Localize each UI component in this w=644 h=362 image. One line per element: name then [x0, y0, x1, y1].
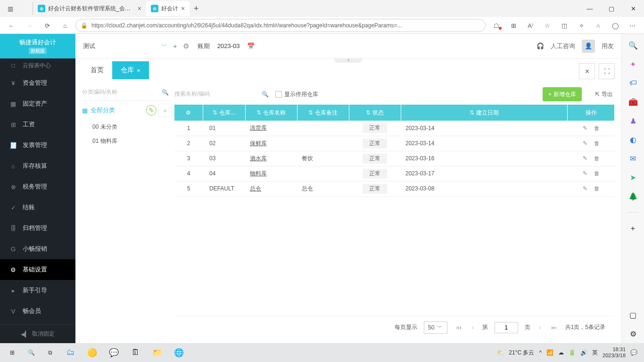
- page-input[interactable]: [495, 322, 518, 333]
- edit-icon[interactable]: ✎: [583, 125, 587, 132]
- delete-icon[interactable]: 🗑: [594, 125, 600, 132]
- search-icon[interactable]: 🔍: [162, 89, 172, 96]
- search-button[interactable]: 🔍: [22, 343, 41, 362]
- row-name[interactable]: 酒水库: [245, 151, 297, 166]
- notifications-icon[interactable]: 💬: [630, 349, 637, 356]
- sidebar-item[interactable]: 🗄归档管理: [0, 218, 75, 239]
- outlook-icon[interactable]: ✉: [628, 154, 638, 163]
- ime-indicator[interactable]: 英: [592, 349, 598, 357]
- gear-icon[interactable]: ⚙: [628, 329, 638, 338]
- sidebar-item[interactable]: ⚙基础设置: [0, 259, 75, 280]
- sidebar-item[interactable]: 🧾发票管理: [0, 135, 75, 156]
- fullscreen-button[interactable]: ⛶: [599, 63, 615, 79]
- forward-button[interactable]: →: [22, 18, 37, 33]
- subtab-home[interactable]: 首页: [82, 61, 112, 79]
- category-all[interactable]: ▦ 全部分类 ✎: [82, 101, 157, 120]
- taskbar-edge[interactable]: 🌐: [168, 343, 190, 362]
- panel-icon[interactable]: ▢: [628, 310, 638, 320]
- home-button[interactable]: ⌂: [58, 18, 73, 33]
- battery-icon[interactable]: 🔋: [569, 349, 576, 356]
- add-warehouse-button[interactable]: + 新增仓库: [543, 87, 582, 101]
- profile-icon[interactable]: ◯: [607, 18, 623, 33]
- clock[interactable]: 18:31 2023/3/18: [603, 346, 626, 358]
- close-icon[interactable]: ×: [181, 5, 185, 12]
- collections-icon[interactable]: ✧: [573, 18, 589, 33]
- tray-chevron-icon[interactable]: ^: [539, 349, 542, 356]
- minimize-button[interactable]: —: [579, 1, 601, 16]
- show-disabled-checkbox[interactable]: 显示停用仓库: [275, 90, 318, 99]
- sidebar-item[interactable]: G小畅报销: [0, 239, 75, 259]
- tools-icon[interactable]: 🧰: [628, 97, 638, 107]
- add-icon[interactable]: +: [628, 224, 638, 233]
- delete-icon[interactable]: 🗑: [594, 155, 600, 162]
- edge-icon[interactable]: ◐: [628, 135, 638, 144]
- table-header[interactable]: 操作: [568, 105, 615, 121]
- browser-tab-1[interactable]: ⊕ 好会计云财务软件管理系统_会计... ×: [33, 1, 146, 16]
- new-tab-button[interactable]: +: [190, 4, 203, 14]
- sidebar-item[interactable]: V畅会员: [0, 301, 75, 321]
- menu-icon[interactable]: ⋯: [624, 18, 640, 33]
- per-page-select[interactable]: 50 ﹀: [424, 321, 447, 334]
- sidebar-item[interactable]: ⌂库存核算: [0, 156, 75, 176]
- edit-icon[interactable]: ✎: [583, 185, 587, 192]
- split-icon[interactable]: ◫: [556, 18, 572, 33]
- close-all-tabs-button[interactable]: ✕: [579, 63, 595, 79]
- volume-icon[interactable]: 🔊: [580, 349, 587, 356]
- tree-icon[interactable]: 🌲: [628, 191, 638, 201]
- taskbar-chrome[interactable]: 🟡: [81, 343, 103, 362]
- add-company-button[interactable]: +: [173, 42, 177, 50]
- games-icon[interactable]: ♟: [628, 116, 638, 125]
- browser-tab-2[interactable]: ⊕ 好会计 ×: [146, 1, 190, 16]
- close-icon[interactable]: ×: [138, 5, 141, 12]
- table-header[interactable]: ⚙: [174, 105, 203, 121]
- search-icon[interactable]: 🔍: [262, 91, 269, 98]
- close-window-button[interactable]: ✕: [622, 1, 644, 16]
- send-icon[interactable]: ➤: [628, 173, 638, 182]
- taskview-button[interactable]: ⧉: [41, 343, 59, 362]
- edit-icon[interactable]: ✎: [583, 170, 587, 177]
- category-search[interactable]: 分类编码/名称 🔍: [82, 84, 172, 101]
- avatar[interactable]: 👤: [582, 40, 595, 53]
- search-icon[interactable]: 🔍: [628, 41, 638, 50]
- row-name[interactable]: 保鲜库: [245, 136, 297, 151]
- table-header[interactable]: ⇅仓库...: [203, 105, 245, 121]
- consult-link[interactable]: 人工咨询: [551, 42, 575, 50]
- shopping-icon[interactable]: 🏷: [628, 78, 638, 88]
- table-header[interactable]: ⇅建立日期: [401, 105, 568, 121]
- edit-icon[interactable]: ✎: [583, 155, 587, 162]
- sidebar-item[interactable]: ▸新手引导: [0, 280, 75, 301]
- weather-icon[interactable]: ⛅: [497, 349, 504, 356]
- add-category-button[interactable]: ✎: [146, 105, 157, 115]
- extensions-icon[interactable]: ⊞: [505, 18, 521, 33]
- collapse-panel-button[interactable]: «: [158, 104, 172, 117]
- category-item[interactable]: 01 物料库: [92, 134, 172, 148]
- onedrive-icon[interactable]: ☁: [558, 349, 564, 356]
- discover-icon[interactable]: ✦: [628, 59, 638, 69]
- taskbar-app[interactable]: 🗂: [59, 343, 81, 362]
- sidebar-item[interactable]: □云报表中心: [0, 58, 75, 73]
- company-settings-button[interactable]: ⚙: [183, 42, 189, 50]
- refresh-button[interactable]: ⟳: [40, 18, 55, 33]
- table-search[interactable]: 搜索名称/编码 🔍: [174, 87, 269, 101]
- taskbar-wechat[interactable]: 💬: [103, 343, 124, 362]
- taskbar-explorer[interactable]: 📁: [146, 343, 168, 362]
- sidebar-item[interactable]: ¥资金管理: [0, 73, 75, 93]
- taskbar-app[interactable]: 🗓: [124, 343, 146, 362]
- sidebar-unpin[interactable]: ◀▎ 取消固定: [0, 324, 75, 343]
- close-icon[interactable]: ×: [137, 67, 140, 74]
- row-name[interactable]: 物料库: [245, 166, 297, 181]
- last-page-button[interactable]: ⏭: [549, 324, 559, 331]
- prev-page-button[interactable]: ‹: [470, 324, 476, 331]
- next-page-button[interactable]: ›: [537, 324, 543, 331]
- start-button[interactable]: ⊞: [3, 343, 22, 362]
- export-button[interactable]: ⇱ 导出: [595, 90, 613, 99]
- sidebar-item[interactable]: ▦固定资产: [0, 93, 75, 114]
- sidebar-item[interactable]: ⊗税务管理: [0, 176, 75, 197]
- table-header[interactable]: ⇅状态: [349, 105, 401, 121]
- row-name[interactable]: 总仓: [245, 181, 297, 196]
- delete-icon[interactable]: 🗑: [594, 170, 600, 177]
- sidebar-item[interactable]: ✓结账: [0, 197, 75, 218]
- read-aloud-icon[interactable]: A⁾: [522, 18, 538, 33]
- calendar-icon[interactable]: 📅: [247, 42, 255, 49]
- back-button[interactable]: ←: [4, 18, 19, 33]
